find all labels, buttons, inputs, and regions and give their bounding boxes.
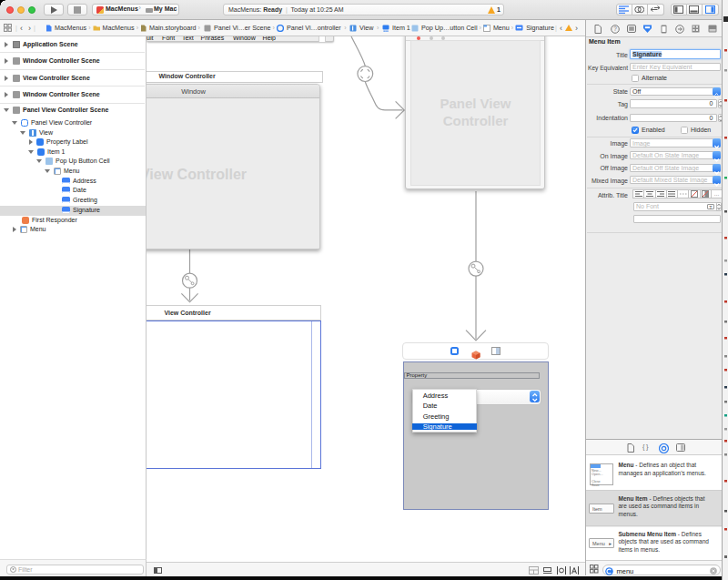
svg-text:?: ? [613, 25, 617, 32]
